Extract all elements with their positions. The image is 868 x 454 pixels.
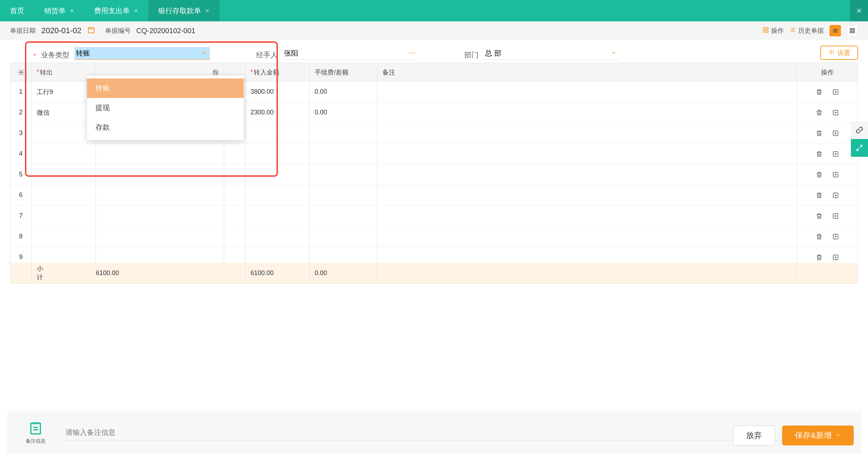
cell-note[interactable] — [377, 144, 797, 164]
cell-note[interactable] — [377, 102, 797, 123]
cell-in-amount[interactable] — [246, 185, 310, 205]
cell-note[interactable] — [377, 247, 797, 263]
add-row-icon[interactable] — [831, 129, 840, 138]
add-row-icon[interactable] — [831, 170, 840, 179]
cell-in-amount[interactable] — [246, 123, 310, 143]
dropdown-option-transfer[interactable]: 转账 — [87, 78, 244, 98]
operate-action[interactable]: 操作 — [763, 26, 784, 35]
cell-out-account[interactable]: 工行9 — [32, 82, 96, 102]
cell-fee[interactable] — [310, 247, 377, 263]
cell-fee[interactable] — [310, 144, 377, 164]
cell-in-amount[interactable]: 3800.00 — [246, 82, 310, 102]
table-row[interactable]: 8 — [10, 226, 858, 247]
tab-bank-transfer[interactable]: 银行存取款单✕ — [148, 0, 219, 21]
gear-column-header[interactable] — [10, 63, 32, 81]
cell-fee[interactable] — [310, 164, 377, 185]
cell-note[interactable] — [377, 82, 797, 102]
cell-out-account[interactable] — [32, 247, 96, 263]
history-action[interactable]: 历史单据 — [790, 26, 824, 35]
cell-out-account[interactable] — [32, 226, 96, 247]
cell-fee[interactable]: 0.00 — [310, 102, 377, 123]
view-toggle-list[interactable] — [830, 25, 841, 36]
delete-row-icon[interactable] — [815, 211, 824, 221]
delete-row-icon[interactable] — [815, 232, 824, 241]
app-close-button[interactable] — [850, 0, 868, 21]
cell-out-account[interactable] — [32, 164, 96, 185]
discard-button[interactable]: 放弃 — [733, 425, 775, 445]
add-row-icon[interactable] — [831, 149, 840, 159]
cell-note[interactable] — [377, 164, 797, 185]
tab-close-icon[interactable]: ✕ — [134, 8, 138, 14]
table-row[interactable]: 5 — [10, 164, 858, 185]
cell-in-account[interactable] — [224, 185, 246, 205]
delete-row-icon[interactable] — [815, 129, 824, 138]
chevron-up-icon[interactable] — [201, 50, 208, 57]
cell-fee[interactable] — [310, 226, 377, 247]
cell-note[interactable] — [377, 123, 797, 143]
cell-out-amount[interactable] — [96, 206, 224, 226]
tab-sales[interactable]: 销货单✕ — [34, 0, 84, 21]
add-row-icon[interactable] — [831, 191, 840, 200]
cell-in-account[interactable] — [224, 164, 246, 185]
date-value[interactable]: 2020-01-02 — [41, 26, 82, 35]
expand-icon-button[interactable] — [851, 139, 868, 157]
tab-close-icon[interactable]: ✕ — [205, 8, 210, 14]
view-toggle-grid[interactable] — [847, 25, 858, 36]
add-row-icon[interactable] — [831, 211, 840, 221]
cell-note[interactable] — [377, 226, 797, 247]
cell-out-account[interactable] — [32, 123, 96, 143]
tab-close-icon[interactable]: ✕ — [70, 8, 74, 14]
department-input[interactable] — [484, 47, 619, 60]
cell-in-account[interactable] — [224, 247, 246, 263]
dropdown-option-withdraw[interactable]: 提现 — [87, 98, 244, 118]
delete-row-icon[interactable] — [815, 253, 824, 262]
table-row[interactable]: 4 — [10, 144, 858, 164]
add-row-icon[interactable] — [831, 232, 840, 241]
cell-in-amount[interactable] — [246, 144, 310, 164]
table-row[interactable]: 9 — [10, 247, 858, 263]
delete-row-icon[interactable] — [815, 170, 824, 179]
delete-row-icon[interactable] — [815, 191, 824, 200]
cell-out-amount[interactable] — [96, 164, 224, 185]
dropdown-option-deposit[interactable]: 存款 — [87, 118, 244, 137]
add-row-icon[interactable] — [831, 87, 840, 97]
settings-button[interactable]: 设置 — [820, 46, 858, 60]
calendar-icon[interactable] — [87, 26, 95, 36]
save-new-button[interactable]: 保存&新增 — [782, 425, 854, 445]
tab-home[interactable]: 首页 — [0, 0, 34, 21]
cell-in-amount[interactable] — [246, 164, 310, 185]
ellipsis-icon[interactable]: ⋯ — [409, 48, 416, 57]
cell-out-account[interactable] — [32, 144, 96, 164]
cell-in-amount[interactable] — [246, 226, 310, 247]
chevron-down-icon[interactable] — [610, 50, 617, 57]
cell-out-amount[interactable] — [96, 247, 224, 263]
cell-fee[interactable] — [310, 123, 377, 143]
cell-note[interactable] — [377, 206, 797, 226]
cell-out-account[interactable] — [32, 206, 96, 226]
add-row-icon[interactable] — [831, 253, 840, 262]
delete-row-icon[interactable] — [815, 87, 824, 97]
cell-in-account[interactable] — [224, 226, 246, 247]
delete-row-icon[interactable] — [815, 108, 824, 117]
cell-out-account[interactable] — [32, 185, 96, 205]
cell-fee[interactable] — [310, 185, 377, 205]
remark-input[interactable] — [64, 425, 847, 440]
cell-in-amount[interactable]: 2300.00 — [246, 102, 310, 123]
table-row[interactable]: 7 — [10, 206, 858, 226]
table-row[interactable]: 6 — [10, 185, 858, 206]
handler-input[interactable] — [283, 47, 418, 60]
cell-out-account[interactable]: 微信 — [32, 102, 96, 123]
tab-expense[interactable]: 费用支出单✕ — [84, 0, 148, 21]
cell-out-amount[interactable] — [96, 185, 224, 205]
cell-in-account[interactable] — [224, 144, 246, 164]
cell-out-amount[interactable] — [96, 144, 224, 164]
cell-in-amount[interactable] — [246, 206, 310, 226]
add-row-icon[interactable] — [831, 108, 840, 117]
business-type-input[interactable] — [74, 47, 210, 60]
link-icon-button[interactable] — [851, 121, 868, 139]
cell-in-amount[interactable] — [246, 247, 310, 263]
cell-in-account[interactable] — [224, 206, 246, 226]
cell-note[interactable] — [377, 185, 797, 205]
cell-fee[interactable]: 0.00 — [310, 82, 377, 102]
cell-fee[interactable] — [310, 206, 377, 226]
